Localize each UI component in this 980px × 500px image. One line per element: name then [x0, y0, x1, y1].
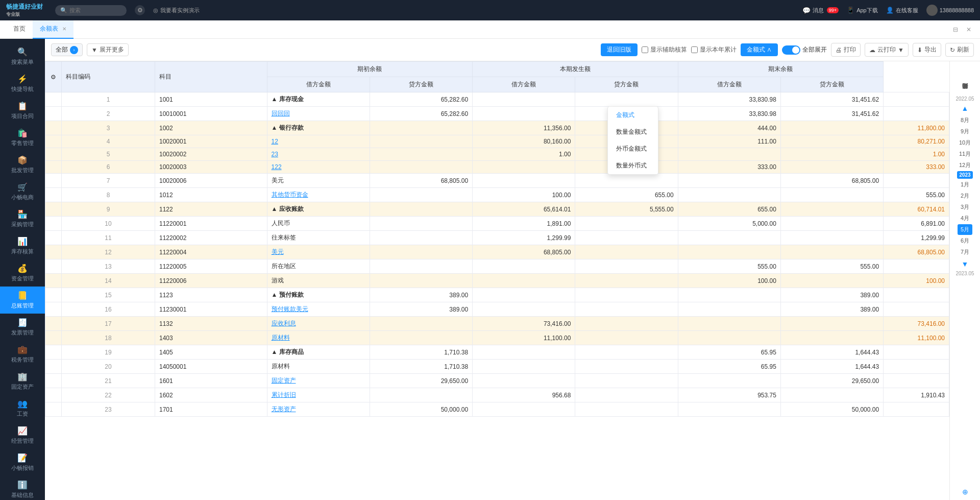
- sidebar-item-assets[interactable]: 🏢 固定资产: [0, 368, 45, 395]
- name-cell[interactable]: 12: [267, 135, 370, 148]
- expand-more-button[interactable]: ▼ 展开更多: [87, 43, 129, 56]
- name-cell[interactable]: 固定资产: [267, 374, 370, 388]
- period-month-3[interactable]: 3月: [958, 202, 972, 212]
- settings-icon[interactable]: ⚙: [135, 5, 145, 15]
- sidebar-item-contract[interactable]: 📋 项目合同: [0, 97, 45, 124]
- sidebar-item-capital[interactable]: 💰 资金管理: [0, 259, 45, 287]
- breadcrumb-nav-button[interactable]: ›: [70, 46, 78, 54]
- period-month-6[interactable]: 6月: [958, 235, 972, 246]
- amount-cell: 60,714.01: [884, 202, 949, 217]
- sidebar-item-search[interactable]: 🔍 搜索菜单: [0, 43, 45, 70]
- show-ytd-input[interactable]: [691, 46, 698, 53]
- search-nav-icon: 🔍: [17, 47, 28, 57]
- online-service-button[interactable]: 👤 在线客服: [886, 7, 918, 14]
- sidebar-item-biz[interactable]: 📈 经营管理: [0, 422, 45, 449]
- name-cell[interactable]: 美元: [267, 245, 370, 259]
- name-cell[interactable]: 其他货币资金: [267, 188, 370, 202]
- period-scroll-up[interactable]: ▲: [960, 102, 971, 114]
- cloud-print-button[interactable]: ☁ 云打印 ▼: [865, 43, 909, 57]
- return-old-version-button[interactable]: 退回旧版: [601, 43, 638, 56]
- sidebar-item-report[interactable]: 📝 小畅报销: [0, 449, 45, 476]
- expand-all-switch[interactable]: [782, 45, 800, 55]
- period-month-4[interactable]: 4月: [958, 213, 972, 224]
- name-cell[interactable]: 无形资产: [267, 402, 370, 417]
- show-ytd-checkbox[interactable]: 显示本年累计: [691, 45, 737, 54]
- name-cell[interactable]: ▲ 银行存款: [267, 121, 370, 135]
- name-cell[interactable]: 23: [267, 148, 370, 161]
- name-cell[interactable]: 应收利息: [267, 317, 370, 331]
- name-cell[interactable]: 累计折旧: [267, 388, 370, 402]
- tab-close-icon[interactable]: ✕: [62, 26, 66, 32]
- name-cell[interactable]: 预付账款美元: [267, 302, 370, 317]
- period-month-7[interactable]: 7月: [958, 247, 972, 257]
- row-num-cell: 13: [62, 259, 155, 274]
- sidebar-item-invoice[interactable]: 🧾 发票管理: [0, 314, 45, 341]
- period-scroll-down[interactable]: ▼: [960, 258, 971, 270]
- sidebar-item-base[interactable]: ℹ️ 基础信息: [0, 476, 45, 500]
- sidebar-item-ledger[interactable]: 📒 总账管理: [0, 287, 45, 314]
- name-cell[interactable]: 原材料: [267, 331, 370, 345]
- view-mode-button[interactable]: 金额式 ∧: [741, 43, 778, 56]
- amount-cell: [473, 360, 575, 374]
- name-cell[interactable]: ▲ 库存现金: [267, 92, 370, 107]
- window-close-icon[interactable]: ✕: [964, 25, 974, 35]
- toolbar-right: 退回旧版 显示辅助核算 显示本年累计 金额式 ∧ 全部展开: [601, 43, 974, 57]
- period-month-10[interactable]: 10月: [956, 137, 974, 148]
- export-button[interactable]: ⬇ 导出: [913, 43, 941, 57]
- period-month-8[interactable]: 8月: [958, 115, 972, 126]
- code-cell: 1122: [155, 202, 267, 217]
- dropdown-item-currency-amount[interactable]: 外币金额式: [608, 140, 658, 157]
- dropdown-item-qty-amount[interactable]: 数量金额式: [608, 124, 658, 140]
- period-month-2[interactable]: 2月: [958, 191, 972, 201]
- print-button[interactable]: 🖨 打印: [831, 43, 861, 57]
- row-settings-cell: [45, 317, 62, 331]
- amount-cell: [473, 107, 575, 121]
- show-assist-input[interactable]: [642, 46, 648, 53]
- name-cell[interactable]: ▲ 预付账款: [267, 288, 370, 302]
- tab-balance[interactable]: 余额表 ✕: [33, 20, 74, 39]
- amount-cell: [370, 331, 472, 345]
- refresh-button[interactable]: ↻ 刷新: [945, 43, 974, 57]
- search-input[interactable]: [69, 7, 120, 13]
- amount-cell: [575, 288, 678, 302]
- name-cell[interactable]: 122: [267, 161, 370, 174]
- row-num-cell: 10: [62, 217, 155, 231]
- row-settings-cell: [45, 231, 62, 245]
- search-bar[interactable]: 🔍: [55, 5, 127, 16]
- retail-icon: 🛍️: [17, 128, 28, 138]
- app-download-button[interactable]: 📱 App下载: [847, 7, 878, 14]
- amount-cell: 31,451.62: [780, 107, 883, 121]
- sidebar-item-ecommerce[interactable]: 🛒 小畅电商: [0, 178, 45, 205]
- period-month-5[interactable]: 5月: [958, 224, 972, 235]
- period-month-1[interactable]: 1月: [958, 179, 972, 190]
- name-cell[interactable]: 回回回: [267, 107, 370, 121]
- show-assist-checkbox[interactable]: 显示辅助核算: [642, 45, 687, 54]
- view-mode-dropdown: 金额式 数量金额式 外币金额式 数量外币式: [607, 106, 658, 175]
- sidebar-item-payroll[interactable]: 👥 工资: [0, 395, 45, 422]
- period-expand-icon[interactable]: ⊕: [962, 488, 968, 496]
- demo-link[interactable]: ◎ 我要看实例演示: [153, 7, 200, 14]
- user-menu[interactable]: 13888888888: [926, 5, 974, 16]
- sidebar-item-retail[interactable]: 🛍️ 零售管理: [0, 124, 45, 151]
- amount-cell: 444.00: [678, 121, 780, 135]
- period-month-11[interactable]: 11月: [956, 149, 974, 159]
- period-month-9[interactable]: 9月: [958, 126, 972, 137]
- dropdown-item-qty-currency[interactable]: 数量外币式: [608, 157, 658, 174]
- tab-home[interactable]: 首页: [6, 20, 33, 39]
- sidebar-item-inventory[interactable]: 📊 库存核算: [0, 232, 45, 259]
- name-cell[interactable]: ▲ 库存商品: [267, 345, 370, 360]
- amount-cell: 29,650.00: [780, 374, 883, 388]
- sidebar-item-purchase[interactable]: 🏪 采购管理: [0, 205, 45, 232]
- expand-all-toggle[interactable]: 全部展开: [782, 45, 827, 55]
- name-cell[interactable]: ▲ 应收账款: [267, 202, 370, 217]
- sidebar-item-tax[interactable]: 💼 税务管理: [0, 341, 45, 368]
- window-restore-icon[interactable]: ⊟: [950, 25, 961, 35]
- dropdown-item-amount[interactable]: 金额式: [608, 107, 658, 124]
- msg-button[interactable]: 💬 消息 99+: [802, 7, 839, 14]
- th-settings[interactable]: ⚙: [45, 62, 62, 92]
- period-month-12[interactable]: 12月: [956, 160, 974, 171]
- sidebar-item-wholesale[interactable]: 📦 批发管理: [0, 151, 45, 178]
- tab-bar: 首页 余额表 ✕ ⊟ ✕: [0, 20, 980, 39]
- code-cell: 11220001: [155, 217, 267, 231]
- sidebar-item-quicknav[interactable]: ⚡ 快捷导航: [0, 70, 45, 97]
